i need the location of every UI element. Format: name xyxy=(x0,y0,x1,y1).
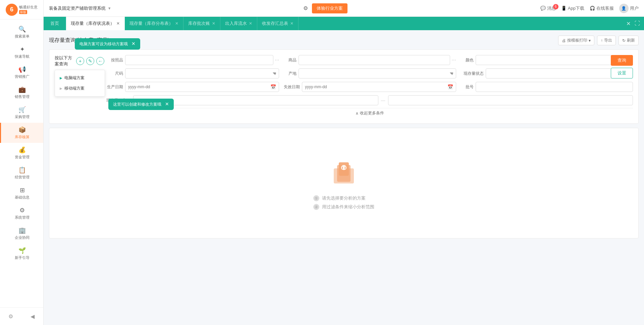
empty-step-1: ① 请先选择要分析的方案 xyxy=(313,194,374,203)
sidebar-item-system[interactable]: ⚙ 系统管理 xyxy=(0,203,43,223)
expire-date-calendar-icon[interactable]: 📅 xyxy=(447,84,453,90)
close-tooltip2-btn[interactable]: ✕ xyxy=(165,101,169,107)
close-collect-send-tab[interactable]: ✕ xyxy=(290,21,293,26)
purchase-nav-icon: 🛒 xyxy=(18,106,26,113)
system-nav-icon: ⚙ xyxy=(19,207,25,214)
messages-btn[interactable]: 💬 6 消息 xyxy=(540,5,556,11)
settings-gear-icon[interactable]: ⚙ xyxy=(303,5,308,11)
back-scheme-btn[interactable]: ← xyxy=(96,57,104,65)
sidebar-nav: 🔍 搜索菜单 ✦ 快速导航 📢 营销推广 💼 销售管理 🛒 采购管理 xyxy=(0,19,43,307)
message-badge: 6 xyxy=(553,4,558,9)
goods-dots[interactable]: ··· xyxy=(451,57,456,63)
expire-date-input[interactable] xyxy=(305,85,447,89)
collapse-sidebar-btn[interactable]: ◀ xyxy=(26,310,39,322)
mfg-date-label: 生产日期 xyxy=(106,84,123,90)
user-area[interactable]: 👤 用户 xyxy=(619,4,639,13)
sidebar-item-basic[interactable]: ⊞ 基础信息 xyxy=(0,183,43,203)
mobile-icon: 📱 xyxy=(561,6,567,11)
sidebar-bottom: ⚙ ◀ xyxy=(0,307,43,325)
print-icon: 🖨 xyxy=(562,38,566,43)
color-label: 颜色 xyxy=(460,57,474,63)
sidebar-item-purchase[interactable]: 🛒 采购管理 xyxy=(0,103,43,123)
tab-home[interactable]: 首页 xyxy=(44,17,66,30)
settings-bottom-btn[interactable]: ⚙ xyxy=(5,310,17,322)
sidebar-item-enterprise[interactable]: 🏢 企业协同 xyxy=(0,223,43,243)
fullscreen-btn[interactable]: ⛶ xyxy=(633,19,641,28)
logo-text: 畅通好生意 标版 xyxy=(19,5,38,14)
topbar-center: ⚙ 体验行业方案 xyxy=(303,3,347,13)
filter-size: 尺码 xyxy=(106,68,279,78)
stock-main-label: 现存量（主） xyxy=(106,98,130,103)
sidebar-item-sales[interactable]: 💼 销售管理 xyxy=(0,83,43,103)
close-inout-flow-tab[interactable]: ✕ xyxy=(249,21,252,26)
edit-scheme-btn[interactable]: ✎ xyxy=(86,57,94,65)
main-content: 装备及固定资产辅助管理系统 ▾ ⚙ 体验行业方案 💬 6 消息 📱 App下载 … xyxy=(44,0,644,325)
batch-input[interactable] xyxy=(476,82,633,92)
refresh-btn[interactable]: ↻ 刷新 xyxy=(619,36,639,45)
filter-batch: 批号 xyxy=(460,82,633,92)
online-service-btn[interactable]: 🎧 在线客服 xyxy=(590,5,614,11)
sidebar-item-inventory[interactable]: 📦 库存核算 xyxy=(0,123,43,143)
system-name-dropdown-icon[interactable]: ▾ xyxy=(108,6,111,11)
goods-input-wrap: ··· xyxy=(299,55,456,65)
sidebar-item-finance[interactable]: 💰 资金管理 xyxy=(0,143,43,163)
tab-inventory-status[interactable]: 现存量（库存状况表） ✕ xyxy=(66,17,125,30)
logo-area: 6 畅通好生意 标版 xyxy=(0,0,43,19)
warehouse-input[interactable] xyxy=(125,55,273,65)
sidebar-item-operations[interactable]: 📋 经营管理 xyxy=(0,163,43,183)
mfg-date-calendar-icon[interactable]: 📅 xyxy=(270,84,276,90)
page-actions: 🖨 按模板打印 ▾ ↑ 导出 ↻ 刷新 xyxy=(558,36,639,45)
filter-row-3: 生产日期 📅 失效日期 📅 xyxy=(106,82,633,92)
collapse-btn[interactable]: ∧ 收起更多条件 xyxy=(106,108,633,118)
close-inventory-dist-tab[interactable]: ✕ xyxy=(175,21,178,26)
stock-max-input[interactable] xyxy=(388,95,633,105)
scheme-mobile-item[interactable]: ▶ 移动端方案 xyxy=(55,83,105,94)
color-select-wrap xyxy=(476,55,633,65)
sidebar-item-newbie[interactable]: 🌱 新手引导 xyxy=(0,243,43,264)
tab-batch[interactable]: 库存批次账 ✕ xyxy=(183,17,220,30)
origin-label: 产地 xyxy=(283,71,297,76)
scheme-tooltip-bubble: 电脑方案可设为移动方案哦 ✕ xyxy=(75,38,140,50)
close-tooltip-btn[interactable]: ✕ xyxy=(131,41,136,46)
scheme-list: ▶ 电脑端方案 ▶ 移动端方案 xyxy=(55,70,105,97)
goods-input[interactable] xyxy=(299,55,450,65)
headset-icon: 🎧 xyxy=(590,6,595,11)
batch-label: 批号 xyxy=(460,84,474,90)
filter-stock-status: 现存量状态 xyxy=(460,68,633,78)
topbar-left: 装备及固定资产辅助管理系统 ▾ xyxy=(49,5,111,11)
print-template-btn[interactable]: 🖨 按模板打印 ▾ xyxy=(558,36,594,45)
app-download-btn[interactable]: 📱 App下载 xyxy=(561,5,584,11)
sidebar-item-search[interactable]: 🔍 搜索菜单 xyxy=(0,22,43,42)
filter-section: 按以下方案查询 + ✎ ← 电脑方案可设为移动方案哦 ✕ xyxy=(49,49,639,124)
action-buttons: 查询 设置 xyxy=(611,55,633,78)
trial-industry-btn[interactable]: 体验行业方案 xyxy=(312,3,347,13)
add-scheme-btn[interactable]: + xyxy=(76,57,84,65)
close-inventory-status-tab[interactable]: ✕ xyxy=(116,21,120,26)
user-avatar: 👤 xyxy=(619,4,629,13)
search-btn[interactable]: 查询 xyxy=(611,55,633,66)
tab-inventory-dist[interactable]: 现存量（库存分布表） ✕ xyxy=(125,17,183,30)
color-select[interactable] xyxy=(476,55,633,65)
tab-inout-flow[interactable]: 出入库流水 ✕ xyxy=(220,17,257,30)
filter-expire-date: 失效日期 📅 xyxy=(283,82,456,92)
mfg-date-input[interactable] xyxy=(128,85,270,89)
close-all-tabs-btn[interactable]: ✕ xyxy=(625,19,632,28)
origin-select[interactable] xyxy=(299,68,456,78)
warehouse-label: 按照品 xyxy=(106,57,123,63)
origin-select-wrap xyxy=(299,68,456,78)
size-select[interactable] xyxy=(125,68,279,78)
topbar-right: 💬 6 消息 📱 App下载 🎧 在线客服 👤 用户 xyxy=(540,4,639,13)
scheme-desktop-item[interactable]: ▶ 电脑端方案 xyxy=(55,73,105,83)
tab-bar-actions: ✕ ⛶ xyxy=(622,19,644,28)
warehouse-dots[interactable]: ··· xyxy=(275,57,279,63)
sidebar-item-marketing[interactable]: 📢 营销推广 xyxy=(0,62,43,83)
expire-date-label: 失效日期 xyxy=(283,84,300,90)
stock-status-label: 现存量状态 xyxy=(460,71,484,76)
export-btn[interactable]: ↑ 导出 xyxy=(597,36,616,45)
sidebar-item-quick[interactable]: ✦ 快速导航 xyxy=(0,42,43,62)
close-batch-tab[interactable]: ✕ xyxy=(212,21,215,26)
stock-min-input[interactable] xyxy=(133,95,378,105)
tab-collect-send[interactable]: 收发存汇总表 ✕ xyxy=(257,17,299,30)
reset-btn[interactable]: 设置 xyxy=(611,68,633,78)
filter-header: 按以下方案查询 + ✎ ← xyxy=(55,55,104,67)
